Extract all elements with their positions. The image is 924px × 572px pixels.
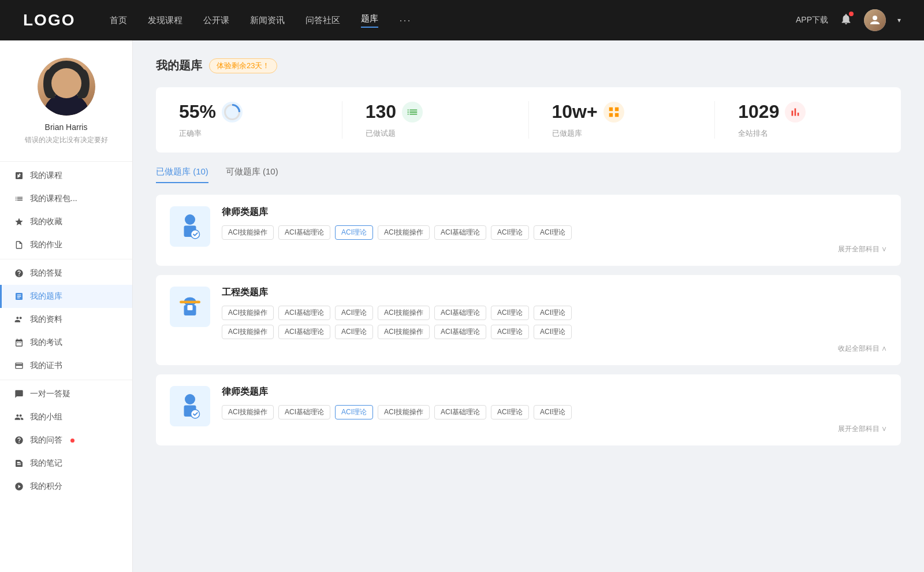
tabs-row: 已做题库 (10) 可做题库 (10) <box>156 166 901 183</box>
sidebar-label-myqa: 我的问答 <box>30 435 62 445</box>
qbank-collapse-engineer[interactable]: 收起全部科目 ∧ <box>222 344 887 354</box>
bank-icon <box>14 291 24 302</box>
tag-3[interactable]: ACI技能操作 <box>378 225 430 240</box>
nav-bank[interactable]: 题库 <box>361 13 378 28</box>
qbank-expand-lawyer-2[interactable]: 展开全部科目 ∨ <box>222 424 887 434</box>
stat-accuracy-value: 55% <box>179 101 216 122</box>
sidebar-item-qa[interactable]: 我的答疑 <box>0 262 132 285</box>
qbank-icon-engineer <box>170 287 210 327</box>
group-icon <box>14 412 24 422</box>
avatar[interactable] <box>864 9 886 31</box>
sidebar-item-notes[interactable]: 我的笔记 <box>0 452 132 475</box>
l2-tag-4[interactable]: ACI基础理论 <box>434 405 486 419</box>
l2-tag-3[interactable]: ACI技能操作 <box>378 405 430 419</box>
banks-icon-wrap <box>603 102 624 122</box>
sidebar-item-favorites[interactable]: 我的收藏 <box>0 210 132 233</box>
sidebar-profile: Brian Harris 错误的决定比没有决定要好 <box>0 58 132 159</box>
sidebar-item-points[interactable]: 我的积分 <box>0 475 132 498</box>
bell-notification-dot <box>849 12 854 16</box>
eng-tag-11[interactable]: ACI基础理论 <box>434 325 486 339</box>
stat-rank-top: 1029 <box>738 101 878 122</box>
sidebar-label-course-pkg: 我的课程包... <box>30 194 77 204</box>
sidebar-motto: 错误的决定比没有决定要好 <box>12 135 121 145</box>
notification-bell[interactable] <box>840 13 852 28</box>
sidebar-item-myqa[interactable]: 我的问答 <box>0 429 132 452</box>
tag-1[interactable]: ACI基础理论 <box>278 225 330 240</box>
eng-tag-3[interactable]: ACI技能操作 <box>378 306 430 320</box>
eng-tag-2[interactable]: ACI理论 <box>335 306 373 320</box>
qbank-tags-lawyer-2: ACI技能操作 ACI基础理论 ACI理论 ACI技能操作 ACI基础理论 AC… <box>222 405 887 419</box>
app-download-button[interactable]: APP下载 <box>796 15 828 25</box>
qbank-tags-engineer-row2: ACI技能操作 ACI基础理论 ACI理论 ACI技能操作 ACI基础理论 AC… <box>222 325 887 339</box>
l2-tag-2-active[interactable]: ACI理论 <box>335 405 373 419</box>
l2-tag-0[interactable]: ACI技能操作 <box>222 405 274 419</box>
user-menu-chevron[interactable]: ▾ <box>897 16 901 24</box>
qbank-card-lawyer-1: 律师类题库 ACI技能操作 ACI基础理论 ACI理论 ACI技能操作 ACI基… <box>156 195 901 266</box>
course-pkg-icon <box>14 194 24 204</box>
l2-tag-6[interactable]: ACI理论 <box>534 405 572 419</box>
eng-tag-9[interactable]: ACI理论 <box>335 325 373 339</box>
nav-open-course[interactable]: 公开课 <box>203 15 229 26</box>
tag-0[interactable]: ACI技能操作 <box>222 225 274 240</box>
sidebar-item-course-pkg[interactable]: 我的课程包... <box>0 187 132 210</box>
logo[interactable]: LOGO <box>23 11 75 29</box>
sidebar-item-homework[interactable]: 我的作业 <box>0 233 132 257</box>
tag-4[interactable]: ACI基础理论 <box>434 225 486 240</box>
tab-done[interactable]: 已做题库 (10) <box>156 166 208 183</box>
navbar: LOGO 首页 发现课程 公开课 新闻资讯 问答社区 题库 ··· APP下载 … <box>0 0 924 40</box>
nav-news[interactable]: 新闻资讯 <box>250 15 285 26</box>
tag-6[interactable]: ACI理论 <box>534 225 572 240</box>
stat-done-value: 130 <box>366 101 396 122</box>
sidebar-item-exam[interactable]: 我的考试 <box>0 331 132 354</box>
l2-tag-1[interactable]: ACI基础理论 <box>278 405 330 419</box>
myqa-icon <box>14 435 24 445</box>
sidebar-item-course[interactable]: 我的课程 <box>0 164 132 187</box>
l2-tag-5[interactable]: ACI理论 <box>491 405 529 419</box>
sidebar-username: Brian Harris <box>12 122 121 132</box>
nav-more[interactable]: ··· <box>399 14 411 27</box>
eng-tag-1[interactable]: ACI基础理论 <box>278 306 330 320</box>
list-icon <box>406 106 419 118</box>
tab-available[interactable]: 可做题库 (10) <box>226 166 278 183</box>
sidebar-item-group[interactable]: 我的小组 <box>0 406 132 429</box>
nav-discover[interactable]: 发现课程 <box>148 15 182 26</box>
nav-qa[interactable]: 问答社区 <box>305 15 340 26</box>
navbar-right: APP下载 ▾ <box>796 9 901 31</box>
stat-done-label: 已做试题 <box>366 128 505 139</box>
qbank-card-lawyer-2: 律师类题库 ACI技能操作 ACI基础理论 ACI理论 ACI技能操作 ACI基… <box>156 374 901 445</box>
eng-tag-13[interactable]: ACI理论 <box>534 325 572 339</box>
sidebar-item-one-on-one[interactable]: 一对一答疑 <box>0 382 132 406</box>
sidebar-item-material[interactable]: 我的资料 <box>0 308 132 331</box>
eng-tag-4[interactable]: ACI基础理论 <box>434 306 486 320</box>
sidebar-label-bank: 我的题库 <box>30 291 62 302</box>
tag-2-active[interactable]: ACI理论 <box>335 225 373 240</box>
done-icon-wrap <box>402 102 423 122</box>
stat-accuracy-top: 55% <box>179 101 319 122</box>
sidebar-item-bank[interactable]: 我的题库 <box>0 285 132 308</box>
sidebar-avatar[interactable] <box>38 58 95 116</box>
qbank-tags-lawyer-1: ACI技能操作 ACI基础理论 ACI理论 ACI技能操作 ACI基础理论 AC… <box>222 225 887 240</box>
stat-done-top: 130 <box>366 101 505 122</box>
qbank-title-engineer: 工程类题库 <box>222 287 887 299</box>
eng-tag-8[interactable]: ACI基础理论 <box>278 325 330 339</box>
sidebar-item-certificate[interactable]: 我的证书 <box>0 354 132 377</box>
tag-5[interactable]: ACI理论 <box>491 225 529 240</box>
sidebar-label-favorites: 我的收藏 <box>30 217 62 227</box>
stat-done-questions: 130 已做试题 <box>342 101 529 139</box>
svg-point-5 <box>191 230 200 239</box>
stat-rank-label: 全站排名 <box>738 128 878 139</box>
avatar-person-icon <box>868 13 882 27</box>
certificate-icon <box>14 361 24 371</box>
eng-tag-12[interactable]: ACI理论 <box>491 325 529 339</box>
sidebar-menu: 我的课程 我的课程包... 我的收藏 我的作业 <box>0 164 132 498</box>
eng-tag-6[interactable]: ACI理论 <box>534 306 572 320</box>
stat-accuracy-label: 正确率 <box>179 128 319 139</box>
eng-tag-0[interactable]: ACI技能操作 <box>222 306 274 320</box>
eng-tag-7[interactable]: ACI技能操作 <box>222 325 274 339</box>
eng-tag-5[interactable]: ACI理论 <box>491 306 529 320</box>
bar-chart-icon <box>789 106 802 118</box>
svg-point-10 <box>185 394 195 404</box>
qbank-expand-lawyer-1[interactable]: 展开全部科目 ∨ <box>222 244 887 254</box>
eng-tag-10[interactable]: ACI技能操作 <box>378 325 430 339</box>
nav-home[interactable]: 首页 <box>110 15 127 26</box>
